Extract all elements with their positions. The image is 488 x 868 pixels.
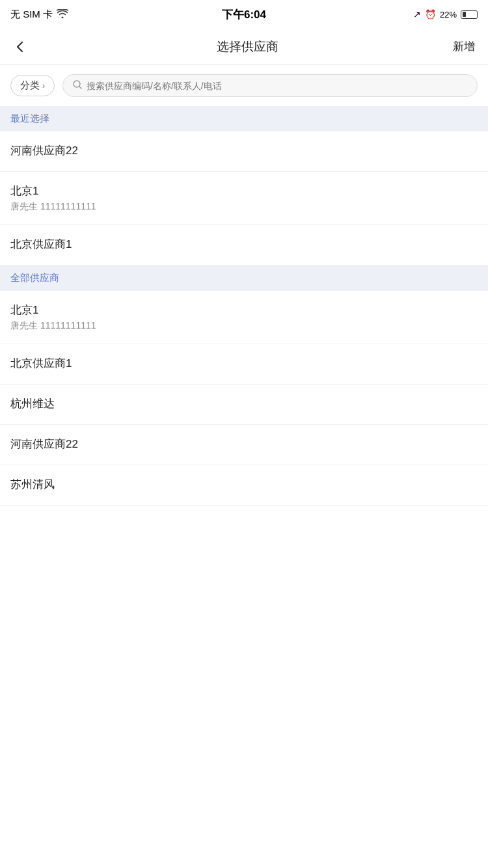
recent-section-header: 最近选择 bbox=[0, 106, 488, 131]
all-list-item[interactable]: 杭州维达 bbox=[0, 385, 488, 425]
page-title: 选择供应商 bbox=[217, 38, 278, 55]
all-section-header: 全部供应商 bbox=[0, 265, 488, 291]
status-time: 下午6:04 bbox=[222, 7, 266, 22]
all-list-item[interactable]: 河南供应商22 bbox=[0, 425, 488, 465]
category-label: 分类 bbox=[20, 79, 40, 92]
item-name: 苏州清风 bbox=[10, 477, 478, 492]
category-button[interactable]: 分类 › bbox=[10, 75, 55, 96]
all-list-item[interactable]: 北京供应商1 bbox=[0, 344, 488, 385]
status-right: ↗ ⏰ 22% bbox=[413, 9, 478, 20]
location-icon: ↗ bbox=[413, 9, 421, 20]
status-bar: 无 SIM 卡 下午6:04 ↗ ⏰ 22% bbox=[0, 0, 488, 29]
all-list-item[interactable]: 苏州清风 bbox=[0, 465, 488, 506]
recent-section-title: 最近选择 bbox=[10, 113, 49, 124]
no-sim-text: 无 SIM 卡 bbox=[10, 8, 53, 21]
item-name: 河南供应商22 bbox=[10, 143, 478, 158]
all-list-item[interactable]: 北京1唐先生 11111111111 bbox=[0, 291, 488, 344]
alarm-icon: ⏰ bbox=[425, 9, 436, 20]
item-name: 河南供应商22 bbox=[10, 437, 478, 452]
item-sub: 唐先生 11111111111 bbox=[10, 201, 478, 213]
recent-list-item[interactable]: 北京1唐先生 11111111111 bbox=[0, 172, 488, 225]
wifi-icon bbox=[57, 9, 68, 20]
nav-bar: 选择供应商 新增 bbox=[0, 29, 488, 65]
battery-icon bbox=[461, 10, 478, 19]
chevron-right-icon: › bbox=[42, 81, 45, 90]
item-name: 北京供应商1 bbox=[10, 356, 478, 371]
search-icon bbox=[72, 79, 83, 92]
search-box[interactable] bbox=[62, 74, 478, 97]
item-sub: 唐先生 11111111111 bbox=[10, 320, 478, 332]
filter-bar: 分类 › bbox=[0, 65, 488, 106]
item-name: 杭州维达 bbox=[10, 396, 478, 411]
item-name: 北京1 bbox=[10, 183, 478, 198]
battery-percent: 22% bbox=[440, 10, 457, 20]
all-items-list: 北京1唐先生 11111111111北京供应商1杭州维达河南供应商22苏州清风 bbox=[0, 291, 488, 506]
recent-list-item[interactable]: 河南供应商22 bbox=[0, 131, 488, 172]
item-name: 北京供应商1 bbox=[10, 237, 478, 252]
item-name: 北京1 bbox=[10, 303, 478, 318]
back-button[interactable] bbox=[13, 40, 42, 54]
all-section-title: 全部供应商 bbox=[10, 272, 59, 283]
add-button[interactable]: 新增 bbox=[453, 39, 475, 54]
recent-list-item[interactable]: 北京供应商1 bbox=[0, 225, 488, 265]
recent-items-list: 河南供应商22北京1唐先生 11111111111北京供应商1 bbox=[0, 131, 488, 265]
status-left: 无 SIM 卡 bbox=[10, 8, 68, 21]
search-input[interactable] bbox=[87, 81, 468, 91]
